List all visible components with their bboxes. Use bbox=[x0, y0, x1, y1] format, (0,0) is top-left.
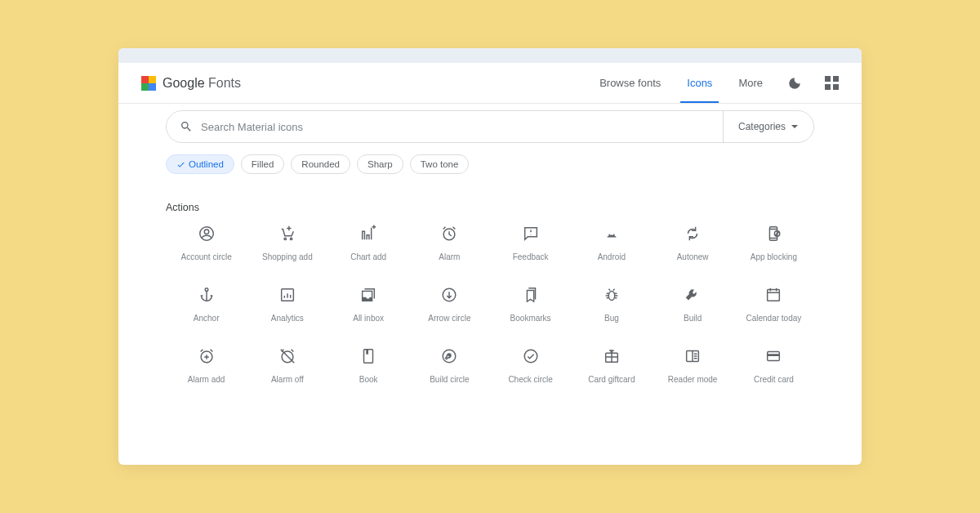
icon-account-circle[interactable]: Account circle bbox=[166, 225, 247, 261]
credit-card-icon bbox=[764, 347, 782, 365]
icon-label: Alarm bbox=[439, 252, 460, 261]
google-logo-icon bbox=[141, 76, 156, 91]
icon-shopping-add[interactable]: Shopping add bbox=[247, 225, 327, 261]
icon-alarm[interactable]: Alarm bbox=[409, 225, 490, 261]
svg-point-13 bbox=[608, 291, 614, 300]
giftcard-icon bbox=[603, 347, 621, 365]
style-chips: Outlined Filled Rounded Sharp Two tone bbox=[166, 154, 814, 174]
icon-all-inbox[interactable]: All inbox bbox=[328, 286, 409, 323]
icon-label: Alarm add bbox=[188, 375, 225, 384]
icon-chart-add[interactable]: Chart add bbox=[328, 225, 409, 261]
icon-label: Analytics bbox=[271, 314, 304, 323]
icon-label: Anchor bbox=[194, 314, 220, 323]
icon-app-blocking[interactable]: App blocking bbox=[733, 225, 814, 261]
icon-alarm-off[interactable]: Alarm off bbox=[247, 347, 327, 384]
dark-mode-icon[interactable] bbox=[787, 76, 802, 91]
icon-build[interactable]: Build bbox=[653, 286, 733, 323]
brand-text: Google Fonts bbox=[163, 76, 241, 91]
icon-label: Calendar today bbox=[746, 314, 801, 323]
header: Google Fonts Browse fonts Icons More bbox=[118, 63, 862, 104]
icon-label: Chart add bbox=[350, 252, 386, 261]
icon-bug[interactable]: Bug bbox=[571, 286, 652, 323]
icon-label: App blocking bbox=[751, 252, 797, 261]
svg-rect-14 bbox=[768, 290, 780, 301]
chip-filled[interactable]: Filled bbox=[241, 154, 284, 174]
icon-label: Alarm off bbox=[271, 375, 304, 384]
search-box[interactable] bbox=[167, 111, 723, 142]
icon-label: Bug bbox=[604, 314, 619, 323]
icon-autorenew[interactable]: Autonew bbox=[653, 225, 733, 261]
chip-rounded[interactable]: Rounded bbox=[291, 154, 350, 174]
nav-browse-fonts[interactable]: Browse fonts bbox=[598, 64, 662, 102]
chip-twotone[interactable]: Two tone bbox=[410, 154, 470, 174]
icon-calendar-today[interactable]: Calendar today bbox=[733, 286, 814, 323]
browser-chrome-bar bbox=[118, 48, 862, 63]
icon-label: Credit card bbox=[754, 375, 794, 384]
icon-grid: Account circle Shopping add Chart add Al… bbox=[166, 225, 814, 384]
icon-label: Account circle bbox=[181, 252, 232, 261]
search-input[interactable] bbox=[201, 121, 710, 133]
svg-point-1 bbox=[204, 230, 209, 234]
app-window: Google Fonts Browse fonts Icons More Cat… bbox=[118, 48, 862, 465]
icon-android[interactable]: Android bbox=[571, 225, 652, 261]
alarm-off-icon bbox=[278, 347, 296, 365]
icon-label: Arrow circle bbox=[428, 314, 470, 323]
icon-check-circle[interactable]: Check circle bbox=[490, 347, 571, 384]
icon-anchor[interactable]: Anchor bbox=[166, 286, 247, 323]
icon-label: Feedback bbox=[513, 252, 549, 261]
bookmarks-icon bbox=[522, 286, 540, 304]
brand-google: Google bbox=[163, 76, 205, 90]
icon-label: Bookmarks bbox=[510, 314, 551, 323]
icon-card-giftcard[interactable]: Card giftcard bbox=[571, 347, 652, 384]
alarm-add-icon bbox=[198, 347, 216, 365]
chevron-down-icon bbox=[791, 123, 799, 131]
logo[interactable]: Google Fonts bbox=[141, 76, 598, 91]
icon-label: Shopping add bbox=[262, 252, 313, 261]
account-circle-icon bbox=[198, 225, 216, 243]
icon-label: Card giftcard bbox=[588, 375, 635, 384]
chart-add-icon bbox=[359, 225, 377, 243]
svg-point-9 bbox=[205, 288, 208, 292]
app-blocking-icon bbox=[764, 225, 782, 243]
icon-credit-card[interactable]: Credit card bbox=[733, 347, 814, 384]
shopping-cart-add-icon bbox=[278, 225, 296, 243]
analytics-icon bbox=[278, 286, 296, 304]
build-circle-icon bbox=[440, 347, 458, 365]
check-circle-icon bbox=[522, 347, 540, 365]
brand-fonts: Fonts bbox=[205, 76, 241, 90]
icon-label: Android bbox=[598, 252, 626, 261]
icon-label: Autonew bbox=[677, 252, 709, 261]
icon-book[interactable]: Book bbox=[328, 347, 409, 384]
top-nav: Browse fonts Icons More bbox=[598, 64, 839, 102]
check-icon bbox=[176, 160, 185, 169]
categories-dropdown[interactable]: Categories bbox=[723, 111, 813, 142]
icon-analytics[interactable]: Analytics bbox=[247, 286, 327, 323]
content: Categories Outlined Filled Rounded Sharp… bbox=[118, 104, 862, 384]
nav-more[interactable]: More bbox=[737, 64, 764, 102]
icon-feedback[interactable]: Feedback bbox=[490, 225, 571, 261]
android-icon bbox=[603, 225, 621, 243]
icon-label: Check circle bbox=[508, 375, 552, 384]
icon-label: Build bbox=[684, 314, 702, 323]
chip-outlined[interactable]: Outlined bbox=[166, 154, 234, 174]
all-inbox-icon bbox=[359, 286, 377, 304]
nav-icons[interactable]: Icons bbox=[685, 64, 714, 102]
apps-grid-icon[interactable] bbox=[825, 76, 839, 90]
icon-build-circle[interactable]: Build circle bbox=[409, 347, 490, 384]
chip-outlined-label: Outlined bbox=[189, 159, 224, 169]
icon-reader-mode[interactable]: Reader mode bbox=[653, 347, 733, 384]
svg-point-2 bbox=[284, 238, 286, 239]
icon-bookmarks[interactable]: Bookmarks bbox=[490, 286, 571, 323]
autorenew-icon bbox=[684, 225, 702, 243]
chip-sharp[interactable]: Sharp bbox=[357, 154, 403, 174]
icon-arrow-circle[interactable]: Arrow circle bbox=[409, 286, 490, 323]
book-icon bbox=[359, 347, 377, 365]
wrench-icon bbox=[684, 286, 702, 304]
calendar-icon bbox=[764, 286, 782, 304]
section-title: Actions bbox=[166, 202, 814, 213]
icon-alarm-add[interactable]: Alarm add bbox=[166, 347, 247, 384]
svg-point-19 bbox=[524, 350, 537, 363]
icon-label: Build circle bbox=[430, 375, 469, 384]
categories-label: Categories bbox=[738, 121, 786, 132]
svg-point-6 bbox=[613, 234, 615, 235]
